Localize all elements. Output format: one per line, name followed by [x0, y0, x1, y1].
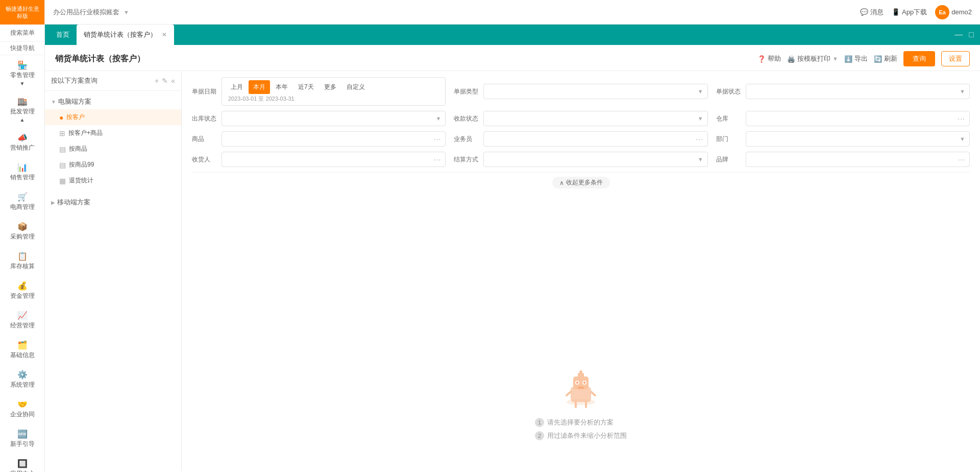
customer-scheme-icon: ● — [59, 113, 63, 122]
sidebar-item-purchase[interactable]: 📦 采购管理 — [0, 217, 44, 246]
body-layout: 按以下方案查询 + ✎ « ▼ 电脑端方案 ● — [45, 71, 980, 471]
date-tab-this-year[interactable]: 本年 — [271, 80, 292, 94]
hint-1-number: 1 — [535, 418, 544, 427]
quick-nav-item[interactable]: 快捷导航 — [0, 42, 44, 55]
industry-label: 办公用品行业模拟账套 — [53, 8, 119, 17]
scheme-item-return-stats[interactable]: ▦ 退货统计 — [45, 173, 181, 188]
scheme-add-icon[interactable]: + — [155, 77, 159, 85]
window-minimize-btn[interactable]: — — [952, 28, 965, 41]
tab-sales-stats[interactable]: 销货单统计表（按客户） ✕ — [77, 25, 174, 45]
bill-status-control[interactable]: ▼ — [746, 84, 970, 99]
scheme-actions: + ✎ « — [155, 77, 175, 85]
empty-illustration — [555, 359, 606, 410]
sidebar-item-inventory[interactable]: 📋 库存核算 — [0, 246, 44, 276]
filter-field-bill-status: 单据状态 ▼ — [716, 84, 970, 99]
filter-field-brand: 品牌 ··· — [716, 152, 970, 167]
sidebar-item-guide[interactable]: 🆕 新手引导 — [0, 424, 44, 454]
date-tab-7days[interactable]: 近7天 — [293, 80, 318, 94]
page-container: 销货单统计表（按客户） ❓ 帮助 🖨️ 按模板打印 ▼ ⬇️ 导出 — [45, 45, 980, 472]
scheme-item-customer-label: 按客户 — [66, 113, 85, 122]
sidebar-item-guide-label: 新手引导 — [10, 440, 35, 449]
window-maximize-btn[interactable]: □ — [967, 28, 976, 41]
date-control[interactable]: 上月 本月 本年 近7天 更多 自定义 2023-03-01 至 2023-03… — [222, 77, 446, 106]
sidebar-item-ecommerce[interactable]: 🛒 电商管理 — [0, 187, 44, 217]
sidebar-item-retail[interactable]: 🏪 零售管理 ▼ — [0, 55, 44, 91]
query-button[interactable]: 查询 — [903, 51, 935, 66]
filter-row-3: 商品 ··· 业务员 ··· — [192, 131, 970, 147]
filter-row-1: 单据日期 上月 本月 本年 近7天 更多 自定义 — [192, 77, 970, 106]
scheme-item-customer-goods[interactable]: ⊞ 按客户+商品 — [45, 125, 181, 141]
enterprise-icon: 🤝 — [17, 399, 28, 409]
group-arrow-icon: ▼ — [51, 99, 56, 105]
settings-button[interactable]: 设置 — [941, 51, 970, 66]
print-btn[interactable]: 🖨️ 按模板打印 ▼ — [787, 54, 838, 63]
message-btn[interactable]: 💬 消息 — [860, 8, 884, 17]
sidebar-item-operations[interactable]: 📈 经营管理 — [0, 305, 44, 335]
scheme-section-desktop: ▼ 电脑端方案 ● 按客户 ⊞ 按客户+商品 ▤ — [45, 91, 181, 192]
settlement-control[interactable]: ▼ — [483, 152, 707, 167]
filter-field-salesperson: 业务员 ··· — [454, 131, 707, 147]
scheme-collapse-icon[interactable]: « — [171, 77, 175, 85]
date-tab-this-month[interactable]: 本月 — [249, 80, 270, 94]
sidebar-item-enterprise[interactable]: 🤝 企业协同 — [0, 394, 44, 424]
scheme-group-mobile[interactable]: ▶ 移动端方案 — [45, 195, 181, 210]
scheme-group-mobile-label: 移动端方案 — [57, 198, 90, 207]
bill-type-label: 单据类型 — [454, 87, 479, 96]
bill-type-control[interactable]: ▼ — [483, 84, 707, 99]
scheme-item-goods99[interactable]: ▤ 按商品99 — [45, 157, 181, 173]
help-btn[interactable]: ❓ 帮助 — [757, 54, 781, 63]
date-tab-more[interactable]: 更多 — [320, 80, 341, 94]
search-menu-item[interactable]: 搜索菜单 — [0, 25, 44, 42]
warehouse-control[interactable]: ··· — [746, 111, 970, 126]
department-label: 部门 — [716, 135, 742, 144]
brand-more-icon: ··· — [958, 155, 965, 163]
department-control[interactable]: ▼ — [746, 131, 970, 147]
tab-home[interactable]: 首页 — [49, 25, 77, 45]
sidebar-item-wholesale[interactable]: 🏬 批发管理 ▲ — [0, 91, 44, 128]
brand-control[interactable]: ··· — [746, 152, 970, 167]
app-download-btn[interactable]: 📱 App下载 — [892, 8, 927, 17]
bill-status-dropdown-icon: ▼ — [960, 88, 965, 95]
sidebar-item-system[interactable]: ⚙️ 系统管理 — [0, 365, 44, 394]
tab-close-icon[interactable]: ✕ — [162, 31, 167, 38]
scheme-item-goods[interactable]: ▤ 按商品 — [45, 141, 181, 157]
goods-label: 商品 — [192, 135, 217, 144]
brand-label: 品牌 — [716, 155, 742, 164]
empty-hints: 1 请先选择要分析的方案 2 用过滤条件来缩小分析范围 — [535, 418, 627, 440]
date-tab-last-month[interactable]: 上月 — [226, 80, 248, 94]
goods-control[interactable]: ··· — [222, 131, 446, 147]
sidebar-item-sales[interactable]: 📊 销售管理 — [0, 157, 44, 187]
date-range-text: 2023-03-01 至 2023-03-31 — [228, 95, 295, 103]
sidebar-item-basic[interactable]: 🗂️ 基础信息 — [0, 335, 44, 365]
refresh-btn[interactable]: 🔄 刷新 — [874, 54, 897, 63]
salesperson-label: 业务员 — [454, 135, 479, 144]
sidebar-item-inventory-label: 库存核算 — [10, 262, 35, 271]
scheme-panel-header: 按以下方案查询 + ✎ « — [45, 71, 181, 91]
scheme-item-by-customer[interactable]: ● 按客户 — [45, 109, 181, 125]
page-actions: ❓ 帮助 🖨️ 按模板打印 ▼ ⬇️ 导出 🔄 刷新 — [757, 51, 970, 66]
filter-field-warehouse: 仓库 ··· — [716, 111, 970, 126]
filter-field-date: 单据日期 上月 本月 本年 近7天 更多 自定义 — [192, 77, 446, 106]
sales-icon: 📊 — [17, 162, 28, 172]
out-status-control[interactable]: ▼ — [222, 111, 446, 126]
marketing-icon: 📣 — [17, 133, 28, 143]
salesperson-control[interactable]: ··· — [483, 131, 707, 147]
user-profile[interactable]: Ea demo2 — [935, 5, 972, 19]
receiver-control[interactable]: ··· — [222, 152, 446, 167]
sidebar-item-finance[interactable]: 💰 资金管理 — [0, 276, 44, 305]
date-tab-custom[interactable]: 自定义 — [342, 80, 370, 94]
sidebar-item-finance-label: 资金管理 — [10, 292, 35, 300]
scheme-edit-icon[interactable]: ✎ — [162, 77, 168, 85]
retail-arrow-icon: ▼ — [20, 81, 25, 86]
collapse-button[interactable]: ∧ 收起更多条件 — [552, 177, 610, 188]
basic-icon: 🗂️ — [17, 340, 28, 350]
goods-more-icon: ··· — [434, 135, 442, 143]
sidebar-item-wholesale-label: 批发管理 — [10, 107, 35, 116]
sidebar: 畅捷通好生意 标版 搜索菜单 快捷导航 🏪 零售管理 ▼ 🏬 批发管理 ▲ 📣 … — [0, 0, 45, 472]
print-dropdown-icon: ▼ — [832, 56, 838, 62]
sidebar-item-marketing[interactable]: 📣 营销推广 — [0, 128, 44, 157]
export-btn[interactable]: ⬇️ 导出 — [844, 54, 868, 63]
scheme-group-desktop[interactable]: ▼ 电脑端方案 — [45, 94, 181, 109]
receive-status-control[interactable]: ▼ — [483, 111, 707, 126]
sidebar-item-appcenter[interactable]: 🔲 应用中心 — [0, 454, 44, 472]
